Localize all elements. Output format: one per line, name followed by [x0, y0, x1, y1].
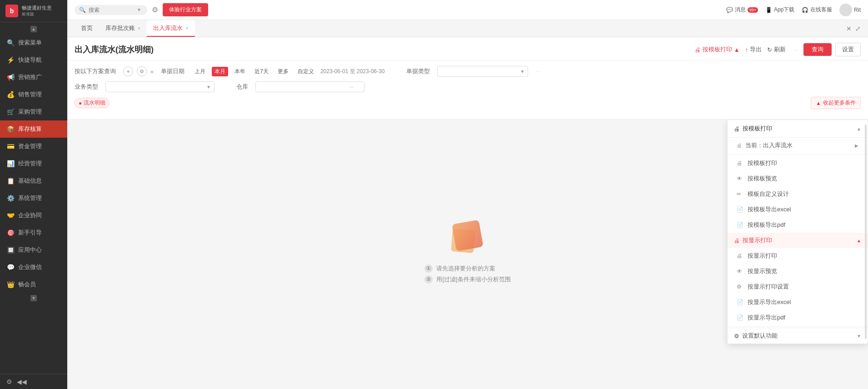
- chevron-up-icon: ▲: [816, 100, 821, 106]
- topbar-search-wrap[interactable]: 🔍 ▼: [75, 5, 147, 15]
- date-btn-7days[interactable]: 近7天: [252, 67, 271, 76]
- date-btn-this-month[interactable]: 本月: [212, 67, 228, 76]
- current-icon: 🖨: [737, 143, 742, 148]
- sidebar-item-label: 快捷导航: [18, 56, 42, 64]
- filter-tag[interactable]: ● 流水明细: [75, 98, 110, 108]
- warehouse-input[interactable]: [255, 81, 364, 92]
- set-default-item[interactable]: ⚙ 设置默认功能: [734, 332, 778, 340]
- voucher-type-more-icon[interactable]: ···: [535, 68, 540, 75]
- tab-batch[interactable]: 库存批次账 ×: [99, 20, 147, 37]
- sidebar-item-vip[interactable]: 👑 畅会员: [0, 276, 67, 293]
- topbar-message[interactable]: 💬 消息 99+: [726, 6, 758, 14]
- sidebar-item-search[interactable]: 🔍 搜索菜单: [0, 34, 67, 51]
- settings-icon[interactable]: ⚙: [6, 378, 12, 385]
- voucher-type-select-wrap[interactable]: ▼: [437, 66, 528, 77]
- tab-flow-close[interactable]: ×: [185, 25, 188, 31]
- print-template-btn[interactable]: 🖨 按模板打印 ▲: [695, 45, 740, 54]
- sidebar-item-inventory[interactable]: 📦 库存核算: [0, 120, 67, 138]
- dropdown-item-template-excel[interactable]: 📄 按模板导出excel: [728, 202, 868, 217]
- sidebar-item-wechat[interactable]: 💬 企业微信: [0, 259, 67, 276]
- display-section-label: 按显示打印: [743, 236, 772, 244]
- dropdown-footer[interactable]: ⚙ 设置默认功能 ▼: [728, 328, 868, 344]
- filter-settings-btn[interactable]: ⚙: [137, 66, 147, 76]
- collapse-sidebar-icon[interactable]: ◀◀: [17, 378, 27, 385]
- dropdown-item-template-custom[interactable]: ✏ 模板自定义设计: [728, 186, 868, 202]
- window-close-btn[interactable]: ✕: [846, 25, 852, 32]
- sidebar-item-label: 搜索菜单: [18, 39, 42, 47]
- dropdown-item-display-pdf[interactable]: 📄 按显示导出pdf: [728, 310, 868, 325]
- sidebar-item-appstore[interactable]: 🔲 应用中心: [0, 241, 67, 259]
- business-type-label: 业务类型: [75, 83, 98, 91]
- collapse-filter-btn[interactable]: ▲ 收起更多条件: [811, 97, 861, 109]
- refresh-btn[interactable]: ↻ 刷新: [767, 45, 786, 54]
- dropdown-item-template-pdf[interactable]: 📄 按模板导出pdf: [728, 217, 868, 233]
- sidebar-item-label: 应用中心: [18, 246, 42, 254]
- sidebar-item-sales[interactable]: 💰 销售管理: [0, 86, 67, 103]
- date-btn-custom[interactable]: 自定义: [295, 67, 317, 76]
- topbar-online-service[interactable]: 🎧 在线客服: [802, 6, 832, 14]
- app-name: 畅捷通好生意: [22, 5, 52, 11]
- filter-actions: + ⚙ «: [123, 66, 154, 76]
- topbar-app-download[interactable]: 📱 App下载: [765, 6, 794, 14]
- export-label: 导出: [750, 45, 762, 54]
- sidebar-scroll-up[interactable]: ▲: [30, 26, 37, 32]
- filter-collapse-btn[interactable]: «: [150, 68, 154, 75]
- date-btn-last-month[interactable]: 上月: [192, 67, 208, 76]
- topbar-gear-icon[interactable]: ⚙: [152, 5, 158, 14]
- page-header: 出入库流水(流水明细) 🖨 按模板打印 ▲ ↑ 导出 ↻ 刷新 ··· 查询: [67, 37, 868, 60]
- sidebar-item-system[interactable]: ⚙️ 系统管理: [0, 190, 67, 207]
- window-maximize-btn[interactable]: ⤢: [855, 25, 861, 32]
- tab-flow[interactable]: 出入库流水 ×: [147, 20, 195, 37]
- sidebar-item-shortcut[interactable]: ⚡ 快捷导航: [0, 51, 67, 69]
- filter-add-btn[interactable]: +: [123, 66, 133, 76]
- tab-batch-label: 库存批次账: [105, 24, 135, 32]
- query-button[interactable]: 查询: [803, 43, 832, 56]
- sidebar-item-finance[interactable]: 💳 资金管理: [0, 138, 67, 155]
- warehouse-select-wrap[interactable]: ···: [255, 81, 364, 92]
- tab-batch-close[interactable]: ×: [138, 25, 140, 31]
- dropdown-item-template-preview[interactable]: 👁 按模板预览: [728, 171, 868, 186]
- dropdown-item-display-settings[interactable]: ⚙ 按显示打印设置: [728, 279, 868, 294]
- topbar-search-dropdown-icon[interactable]: ▼: [137, 7, 141, 12]
- dropdown-item-template-print[interactable]: 🖨 按模板打印: [728, 155, 868, 171]
- topbar-user[interactable]: Rit: [839, 4, 861, 16]
- divider-1: [728, 154, 868, 155]
- finance-icon: 💳: [6, 143, 15, 150]
- sidebar-item-purchase[interactable]: 🛒 采购管理: [0, 103, 67, 120]
- sidebar-scroll-down[interactable]: ▼: [30, 295, 37, 301]
- sidebar-item-marketing[interactable]: 📢 营销推广: [0, 69, 67, 86]
- divider-2: [728, 326, 868, 327]
- dropdown-current-item[interactable]: 🖨 当前：出入库流水 ▶: [728, 138, 868, 153]
- date-btn-more[interactable]: 更多: [275, 67, 291, 76]
- dropdown-header-arrow[interactable]: ▲: [857, 126, 861, 131]
- display-excel-icon: 📄: [737, 299, 744, 305]
- dropdown-item-display-excel[interactable]: 📄 按显示导出excel: [728, 294, 868, 310]
- set-button[interactable]: 设置: [835, 43, 861, 56]
- dropdown-item-display-preview[interactable]: 👁 按显示预览: [728, 264, 868, 279]
- sidebar-item-newbie[interactable]: 🎯 新手引导: [0, 224, 67, 241]
- marketing-icon: 📢: [6, 74, 15, 81]
- business-type-select-wrap[interactable]: ▼: [105, 81, 215, 92]
- dropdown-scrollbar[interactable]: [865, 125, 867, 339]
- sidebar-item-label: 营销推广: [18, 73, 42, 81]
- template-pdf-icon: 📄: [737, 222, 744, 228]
- business-type-select[interactable]: [105, 81, 215, 92]
- sidebar-item-basic[interactable]: 📋 基础信息: [0, 172, 67, 190]
- trial-button[interactable]: 体验行业方案: [163, 3, 208, 16]
- wechat-icon: 💬: [6, 264, 15, 271]
- topbar-search-input[interactable]: [89, 7, 134, 13]
- voucher-type-select[interactable]: [437, 66, 528, 77]
- current-arrow: ▶: [855, 143, 858, 148]
- export-btn[interactable]: ↑ 导出: [745, 45, 762, 54]
- tag-icon: ●: [79, 100, 82, 106]
- date-btn-this-year[interactable]: 本年: [232, 67, 248, 76]
- newbie-icon: 🎯: [6, 229, 15, 236]
- filter-prefix-label: 按以下方案查询: [75, 67, 116, 75]
- sidebar-item-collab[interactable]: 🤝 企业协同: [0, 207, 67, 224]
- display-section-header[interactable]: 🖨 按显示打印 ▲: [728, 233, 868, 248]
- template-print-icon: 🖨: [737, 160, 744, 166]
- dropdown-item-display-print[interactable]: 🖨 按显示打印: [728, 248, 868, 264]
- sidebar-item-operation[interactable]: 📊 经营管理: [0, 155, 67, 172]
- tab-home[interactable]: 首页: [75, 20, 99, 37]
- template-excel-label: 按模板导出excel: [748, 205, 791, 214]
